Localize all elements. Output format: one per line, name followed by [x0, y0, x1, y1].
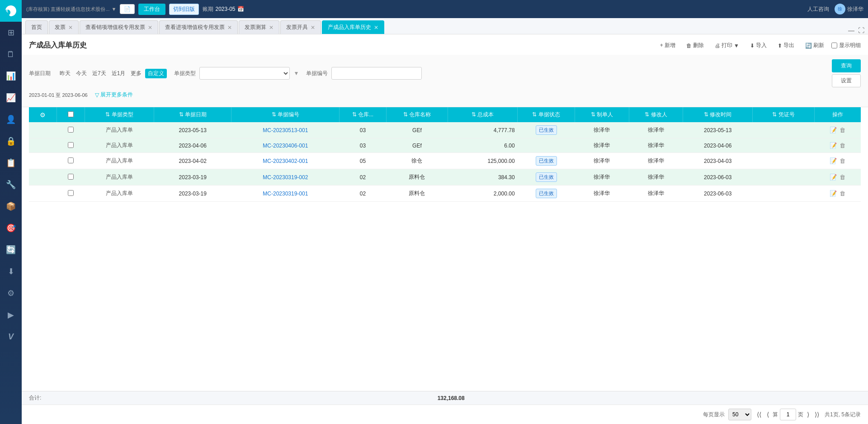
col-check-header[interactable]	[57, 107, 85, 122]
print-button[interactable]: 🖨 打印 ▼	[711, 40, 743, 51]
col-modtime-header[interactable]: ⇅ 修改时间	[683, 107, 753, 122]
sidebar-item-reports[interactable]: 📊	[0, 65, 22, 87]
user-menu[interactable]: 徐 徐泽华	[835, 4, 863, 14]
row-check[interactable]	[57, 186, 85, 202]
tab-invoice-calc[interactable]: 发票测算 ✕	[239, 20, 279, 34]
tab-home[interactable]: 首页	[25, 20, 48, 34]
sidebar-item-bill[interactable]: 🗒	[0, 43, 22, 65]
row-check[interactable]	[57, 138, 85, 153]
shortcut-today[interactable]: 今天	[74, 69, 89, 78]
row-edit-icon[interactable]: 📝	[830, 127, 837, 133]
company-name[interactable]: (库存核算) 直播轻娱通信息技术股份... ▼	[26, 6, 116, 13]
row-delete-icon[interactable]: 🗑	[840, 190, 845, 197]
row-num-link[interactable]: MC-20230513-001	[263, 127, 308, 133]
select-all-checkbox[interactable]	[68, 111, 74, 117]
row-num-link[interactable]: MC-20230319-002	[263, 174, 308, 181]
new-button[interactable]: + 新增	[656, 40, 679, 51]
sidebar-item-module3[interactable]: 🔧	[0, 174, 22, 195]
row-edit-icon[interactable]: 📝	[830, 174, 837, 181]
tab-invoice-close[interactable]: ✕	[68, 24, 73, 31]
row-checkbox[interactable]	[68, 142, 74, 148]
prev-page-button[interactable]: ⟨	[765, 410, 771, 419]
row-edit-icon[interactable]: 📝	[830, 157, 837, 164]
col-cost-header[interactable]: ⇅ 总成本	[448, 107, 518, 122]
tab-invoice-open[interactable]: 发票开具 ✕	[280, 20, 321, 34]
row-checkbox[interactable]	[68, 190, 74, 196]
export-button[interactable]: ⬆ 导出	[774, 40, 798, 51]
workbench-button[interactable]: 工作台	[138, 4, 165, 15]
sidebar-item-inventory[interactable]: 📦	[0, 195, 22, 217]
row-delete-icon[interactable]: 🗑	[840, 157, 845, 164]
row-checkbox[interactable]	[68, 127, 74, 133]
shortcut-more[interactable]: 更多	[129, 69, 143, 78]
row-num-link[interactable]: MC-20230406-001	[263, 143, 308, 149]
maximize-button[interactable]: ⛶	[858, 27, 864, 34]
import-button[interactable]: ⬇ 导入	[746, 40, 770, 51]
shortcut-custom[interactable]: 自定义	[145, 69, 167, 78]
row-checkbox[interactable]	[68, 174, 74, 180]
row-delete-icon[interactable]: 🗑	[840, 127, 845, 133]
col-num-header[interactable]: ⇅ 单据编号	[231, 107, 340, 122]
help-link[interactable]: 人工咨询	[807, 5, 829, 13]
set-button[interactable]: 设置	[832, 74, 861, 87]
sidebar-item-settings[interactable]: ⚙	[0, 282, 22, 304]
tab-invoice-open-close[interactable]: ✕	[311, 24, 315, 31]
per-page-select[interactable]: 50 100 200	[728, 409, 751, 420]
page-input[interactable]	[780, 409, 796, 420]
doc-button[interactable]: 📄	[120, 4, 135, 14]
sidebar-item-lock[interactable]: 🔒	[0, 130, 22, 152]
row-edit-icon[interactable]: 📝	[830, 142, 837, 149]
row-check[interactable]	[57, 153, 85, 169]
first-page-button[interactable]: ⟨⟨	[755, 410, 763, 419]
row-checkbox[interactable]	[68, 157, 74, 163]
minimize-button[interactable]: —	[848, 27, 854, 34]
shortcut-1month[interactable]: 近1月	[110, 69, 127, 78]
tab-invoice[interactable]: 发票 ✕	[49, 20, 79, 34]
shortcut-yesterday[interactable]: 昨天	[58, 69, 72, 78]
col-modifier-header[interactable]: ⇅ 修改人	[629, 107, 683, 122]
row-delete-icon[interactable]: 🗑	[840, 142, 845, 149]
sidebar-item-run[interactable]: ▶	[0, 304, 22, 326]
col-date-header[interactable]: ⇅ 单据日期	[154, 107, 231, 122]
last-page-button[interactable]: ⟩⟩	[813, 410, 821, 419]
next-page-button[interactable]: ⟩	[805, 410, 811, 419]
query-button[interactable]: 查询	[832, 59, 861, 72]
sidebar-item-home[interactable]: ⊞	[0, 22, 22, 43]
sidebar-item-contact[interactable]: 👤	[0, 109, 22, 130]
display-toggle[interactable]: 显示明细	[831, 42, 861, 49]
sidebar-item-analytics[interactable]: 📈	[0, 87, 22, 109]
num-filter-input[interactable]	[331, 67, 422, 80]
type-filter-select[interactable]	[199, 67, 290, 80]
tab-product-history[interactable]: 产成品入库单历史 ✕	[322, 20, 384, 34]
row-check[interactable]	[57, 122, 85, 138]
sidebar-item-target[interactable]: 🎯	[0, 217, 22, 239]
tab-product-history-close[interactable]: ✕	[374, 24, 378, 31]
row-check[interactable]	[57, 169, 85, 186]
display-toggle-checkbox[interactable]	[831, 43, 837, 48]
tab-sales-vat-close[interactable]: ✕	[148, 24, 152, 31]
shortcut-7days[interactable]: 近7天	[90, 69, 108, 78]
row-num-link[interactable]: MC-20230402-001	[263, 158, 308, 164]
col-whname-header[interactable]: ⇅ 仓库名称	[386, 107, 448, 122]
col-status-header[interactable]: ⇅ 单据状态	[518, 107, 575, 122]
tab-input-vat[interactable]: 查看进项增值税专用发票 ✕	[159, 20, 238, 34]
col-settings-header[interactable]: ⚙	[29, 107, 57, 122]
col-voucher-header[interactable]: ⇅ 凭证号	[753, 107, 815, 122]
row-edit-icon[interactable]: 📝	[830, 190, 837, 197]
delete-button[interactable]: 🗑 删除	[683, 40, 708, 51]
tab-invoice-calc-close[interactable]: ✕	[269, 24, 274, 31]
refresh-button[interactable]: 🔄 刷新	[802, 40, 828, 51]
col-type-header[interactable]: ⇅ 单据类型	[85, 107, 154, 122]
row-delete-icon[interactable]: 🗑	[840, 174, 845, 181]
sidebar-item-module2[interactable]: 📋	[0, 152, 22, 174]
expand-filter-button[interactable]: ▽ 展开更多条件	[95, 91, 133, 99]
sidebar-item-v[interactable]: V	[0, 326, 22, 348]
col-maker-header[interactable]: ⇅ 制单人	[575, 107, 629, 122]
sidebar-item-download[interactable]: ⬇	[0, 261, 22, 282]
tab-input-vat-close[interactable]: ✕	[227, 24, 232, 31]
switch-old-button[interactable]: 切到旧版	[169, 4, 199, 15]
col-wh-header[interactable]: ⇅ 仓库...	[340, 107, 386, 122]
sidebar-item-sync[interactable]: 🔄	[0, 239, 22, 261]
row-num-link[interactable]: MC-20230319-001	[263, 191, 308, 197]
app-logo[interactable]	[0, 0, 22, 22]
